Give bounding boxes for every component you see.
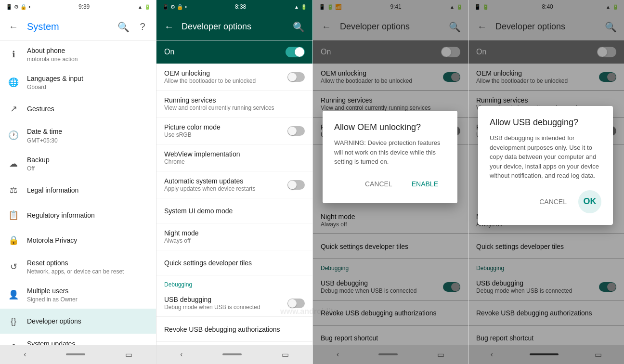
home-indicator-p3[interactable] bbox=[378, 353, 398, 355]
back-icon-p1[interactable]: ← bbox=[8, 21, 19, 32]
toolbar-p4: ← Developer options 🔍 bbox=[468, 13, 624, 40]
home-indicator-p2[interactable] bbox=[222, 353, 242, 355]
setting-reset[interactable]: ↺ Reset options Network, apps, or device… bbox=[0, 253, 156, 281]
search-icon-p1[interactable]: 🔍 bbox=[117, 21, 129, 33]
recents-btn-p3[interactable]: ▭ bbox=[429, 346, 452, 363]
gestures-icon: ↗ bbox=[8, 103, 19, 115]
auto-updates-toggle-p2[interactable] bbox=[287, 180, 305, 190]
setting-regulatory[interactable]: 📋 Regulatory information bbox=[0, 203, 156, 228]
toolbar-p1: ← System 🔍 ? bbox=[0, 13, 156, 40]
setting-about-phone[interactable]: ℹ About phone motorola one action bbox=[0, 40, 156, 68]
panel-usb-dialog: 📱 🔋 8:40 ▲🔋 ← Developer options 🔍 On OEM… bbox=[468, 0, 624, 364]
developer-toggle-p3[interactable] bbox=[441, 47, 460, 57]
datetime-icon: 🕐 bbox=[8, 130, 19, 141]
picture-color-title-p2: Picture color mode bbox=[164, 123, 287, 131]
panel-oem-dialog: 📱 🔋 📶 9:41 ▲🔋 ← Developer options 🔍 On O… bbox=[313, 0, 468, 364]
oem-dialog-body: WARNING: Device protection features will… bbox=[334, 138, 446, 167]
oem-toggle-p2[interactable] bbox=[287, 72, 305, 82]
oem-enable-button[interactable]: Enable bbox=[404, 176, 446, 192]
usb-dialog-actions: Cancel OK bbox=[490, 190, 601, 213]
search-icon-p4[interactable]: 🔍 bbox=[605, 21, 616, 33]
revoke-usb-p2[interactable]: Revoke USB debugging authorizations bbox=[156, 317, 312, 342]
setting-system-updates[interactable]: ⬇ System updates Updated to Android 9 bbox=[0, 334, 156, 345]
usb-ok-button[interactable]: OK bbox=[578, 190, 601, 213]
back-btn-p3[interactable]: ‹ bbox=[329, 346, 347, 363]
status-bar-p3: 📱 🔋 📶 9:41 ▲🔋 bbox=[313, 0, 468, 13]
search-icon-p3[interactable]: 🔍 bbox=[449, 21, 460, 33]
multiuser-title: Multiple users bbox=[27, 286, 148, 295]
status-icons-right-p2: ▲🔋 bbox=[294, 4, 307, 10]
setting-moto-privacy[interactable]: 🔒 Motorola Privacy bbox=[0, 228, 156, 253]
usb-debug-subtitle-p2: Debug mode when USB is connected bbox=[164, 304, 287, 311]
back-btn-p2[interactable]: ‹ bbox=[172, 346, 190, 363]
night-mode-title-p2: Night mode bbox=[164, 229, 305, 237]
back-btn-p1[interactable]: ‹ bbox=[16, 346, 34, 363]
regulatory-icon: 📋 bbox=[8, 209, 19, 221]
recents-btn-p2[interactable]: ▭ bbox=[274, 346, 297, 363]
toolbar-title-p3: Developer options bbox=[340, 22, 441, 32]
backup-subtitle: Off bbox=[27, 165, 148, 172]
revoke-usb-title-p2: Revoke USB debugging authorizations bbox=[164, 325, 305, 333]
status-time-p2: 8:38 bbox=[235, 3, 246, 10]
auto-updates-subtitle-p2: Apply updates when device restarts bbox=[164, 185, 287, 192]
backup-icon: ☁ bbox=[8, 158, 19, 169]
developer-icon: {} bbox=[8, 315, 19, 327]
usb-dialog-wrapper: Allow USB debugging? USB debugging is in… bbox=[478, 106, 614, 225]
usb-cancel-button[interactable]: Cancel bbox=[532, 190, 574, 213]
home-indicator-p1[interactable] bbox=[66, 353, 85, 355]
setting-legal[interactable]: ⚖ Legal information bbox=[0, 178, 156, 203]
picture-color-toggle-p2[interactable] bbox=[287, 126, 305, 136]
oem-dialog-title: Allow OEM unlocking? bbox=[334, 122, 446, 132]
back-btn-p4[interactable]: ‹ bbox=[483, 346, 501, 363]
bottom-nav-p2: ‹ ▭ bbox=[156, 345, 312, 364]
on-off-header-p4: On bbox=[468, 40, 624, 64]
status-bar-p2: 📱 ⚙ 🔒 • 8:38 ▲🔋 bbox=[156, 0, 312, 13]
running-services-p2[interactable]: Running services View and control curren… bbox=[156, 91, 312, 117]
oem-unlocking-p3: OEM unlocking Allow the bootloader to be… bbox=[313, 64, 468, 91]
reset-title: Reset options bbox=[27, 259, 148, 267]
night-mode-p2[interactable]: Night mode Always off bbox=[156, 223, 312, 250]
legal-icon: ⚖ bbox=[8, 184, 19, 196]
about-title: About phone bbox=[27, 46, 148, 55]
oem-toggle-p3 bbox=[443, 72, 460, 82]
webview-p2[interactable]: WebView implementation Chrome bbox=[156, 144, 312, 171]
setting-multiuser[interactable]: 👤 Multiple users Signed in as Owner bbox=[0, 281, 156, 309]
toolbar-p2: ← Developer options 🔍 bbox=[156, 13, 312, 40]
developer-toggle-p4[interactable] bbox=[597, 47, 616, 57]
oem-dialog-actions: Cancel Enable bbox=[334, 176, 446, 192]
picture-color-p2[interactable]: Picture color mode Use sRGB bbox=[156, 117, 312, 144]
settings-list-p1: ℹ About phone motorola one action 🌐 Lang… bbox=[0, 40, 156, 345]
on-label-p2: On bbox=[164, 48, 174, 56]
setting-backup[interactable]: ☁ Backup Off bbox=[0, 150, 156, 178]
on-label-p3: On bbox=[321, 48, 331, 56]
oem-cancel-button[interactable]: Cancel bbox=[357, 176, 400, 192]
multiuser-subtitle: Signed in as Owner bbox=[27, 296, 148, 303]
back-icon-p2[interactable]: ← bbox=[164, 21, 174, 32]
qs-dev-tiles-p2[interactable]: Quick settings developer tiles bbox=[156, 250, 312, 275]
demo-mode-p2[interactable]: System UI demo mode bbox=[156, 198, 312, 223]
back-icon-p3[interactable]: ← bbox=[321, 21, 332, 32]
webview-title-p2: WebView implementation bbox=[164, 150, 305, 158]
developer-toggle-p2[interactable] bbox=[286, 47, 305, 57]
reset-icon: ↺ bbox=[8, 261, 19, 273]
setting-gestures[interactable]: ↗ Gestures bbox=[0, 96, 156, 121]
oem-unlocking-p4: OEM unlocking Allow the bootloader to be… bbox=[468, 64, 624, 91]
auto-updates-p2[interactable]: Automatic system updates Apply updates w… bbox=[156, 171, 312, 198]
regulatory-title: Regulatory information bbox=[27, 211, 148, 220]
usb-debug-p2[interactable]: USB debugging Debug mode when USB is con… bbox=[156, 290, 312, 317]
setting-developer[interactable]: {} Developer options bbox=[0, 309, 156, 334]
auto-updates-title-p2: Automatic system updates bbox=[164, 177, 287, 185]
oem-unlocking-p2[interactable]: OEM unlocking Allow the bootloader to be… bbox=[156, 64, 312, 91]
recents-btn-p4[interactable]: ▭ bbox=[587, 346, 610, 363]
home-indicator-p4[interactable] bbox=[530, 353, 559, 355]
setting-datetime[interactable]: 🕐 Date & time GMT+05:30 bbox=[0, 121, 156, 149]
help-icon-p1[interactable]: ? bbox=[137, 21, 148, 32]
usb-debug-toggle-p2[interactable] bbox=[287, 299, 305, 308]
setting-languages[interactable]: 🌐 Languages & input Gboard bbox=[0, 68, 156, 96]
languages-subtitle: Gboard bbox=[27, 84, 148, 91]
recents-btn-p1[interactable]: ▭ bbox=[117, 346, 140, 363]
status-bar-p1: 📱 ⚙ 🔒 • 9:39 ▲🔋 bbox=[0, 0, 156, 13]
status-time-p4: 8:40 bbox=[542, 3, 553, 10]
back-icon-p4[interactable]: ← bbox=[476, 21, 488, 32]
search-icon-p2[interactable]: 🔍 bbox=[293, 21, 305, 33]
